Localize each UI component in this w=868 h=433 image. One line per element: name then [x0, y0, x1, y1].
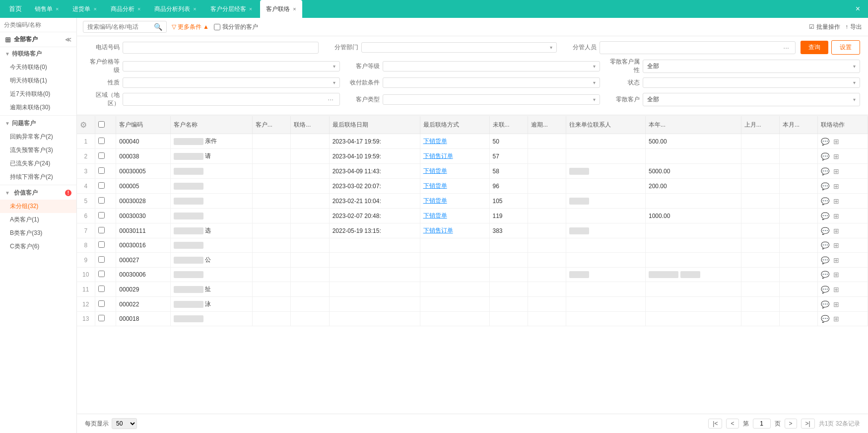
row-select-checkbox[interactable] [98, 182, 105, 189]
next-page-btn[interactable]: > [785, 419, 797, 429]
my-customers-check[interactable] [214, 24, 220, 30]
sidebar-item-today[interactable]: 今天待联络(0) [0, 61, 76, 74]
row-select-checkbox[interactable] [98, 271, 105, 277]
query-button[interactable]: 查询 [801, 41, 828, 54]
region-select[interactable]: ··· [123, 93, 340, 106]
all-customers-item[interactable]: ⊞ 全部客户 ≪ [0, 32, 76, 47]
sidebar-item-warning[interactable]: 流失预警客户(3) [0, 144, 76, 157]
message-icon[interactable]: 💬 [821, 241, 829, 249]
message-icon[interactable]: 💬 [821, 300, 829, 308]
tab-product-list[interactable]: 商品分析列表 × [148, 0, 202, 18]
sidebar-item-c-class[interactable]: C类客户(6) [0, 240, 76, 253]
grid-action-icon[interactable]: ⊞ [833, 271, 839, 279]
grid-action-icon[interactable]: ⊞ [833, 152, 839, 160]
message-icon[interactable]: 💬 [821, 138, 829, 145]
close-product-list-tab[interactable]: × [193, 6, 196, 12]
retail-customer-select[interactable]: 全部 ▾ [643, 93, 860, 106]
tab-sales[interactable]: 销售单 × [29, 0, 65, 18]
export-btn[interactable]: ↑ 导出 [845, 23, 862, 31]
first-page-btn[interactable]: |< [708, 419, 722, 429]
payment-select[interactable]: ▾ [383, 77, 600, 88]
method-link[interactable]: 下销货单 [423, 212, 447, 219]
gender-select[interactable]: ▾ [123, 77, 340, 88]
sidebar-item-lost[interactable]: 已流失客户(24) [0, 157, 76, 170]
score-group-header[interactable]: ▼ 价值客户 ! [0, 186, 76, 200]
retail-attr-select[interactable]: 全部 ▾ [643, 60, 860, 73]
row-select-checkbox[interactable] [98, 152, 105, 159]
sidebar-item-7days[interactable]: 近7天待联络(0) [0, 87, 76, 101]
grid-action-icon[interactable]: ⊞ [833, 182, 839, 190]
method-link[interactable]: 下销货单 [423, 197, 447, 204]
phone-input[interactable] [123, 42, 319, 54]
grid-action-icon[interactable]: ⊞ [833, 167, 839, 175]
row-select-checkbox[interactable] [98, 241, 105, 248]
tab-customer-contact[interactable]: 客户联络 × [260, 0, 302, 18]
close-customer-contact-tab[interactable]: × [293, 6, 296, 12]
message-icon[interactable]: 💬 [821, 212, 829, 220]
message-icon[interactable]: 💬 [821, 315, 829, 323]
grid-action-icon[interactable]: ⊞ [833, 212, 839, 220]
grid-action-icon[interactable]: ⊞ [833, 315, 839, 323]
grid-action-icon[interactable]: ⊞ [833, 138, 839, 145]
grid-action-icon[interactable]: ⊞ [833, 227, 839, 235]
method-link[interactable]: 下销货单 [423, 138, 447, 144]
close-purchase-tab[interactable]: × [93, 6, 96, 12]
person-dots[interactable]: ··· [781, 44, 791, 52]
batch-op-btn[interactable]: ☑ 批量操作 [809, 23, 840, 31]
main-search-icon[interactable]: 🔍 [154, 23, 162, 31]
row-select-checkbox[interactable] [98, 256, 105, 263]
sidebar-item-declining[interactable]: 持续下滑客户(2) [0, 170, 76, 184]
method-link[interactable]: 下销货单 [423, 167, 447, 174]
grid-action-icon[interactable]: ⊞ [833, 241, 839, 249]
sidebar-item-abnormal[interactable]: 回购异常客户(2) [0, 130, 76, 144]
row-select-checkbox[interactable] [98, 138, 105, 144]
status-select[interactable]: ▾ [643, 77, 860, 88]
message-icon[interactable]: 💬 [821, 271, 829, 279]
row-select-checkbox[interactable] [98, 197, 105, 204]
message-icon[interactable]: 💬 [821, 227, 829, 235]
dept-select[interactable]: ▾ [361, 42, 557, 53]
customer-type-select[interactable]: ▾ [383, 94, 600, 105]
sidebar-item-a-class[interactable]: A类客户(1) [0, 213, 76, 226]
sidebar-item-b-class[interactable]: B类客户(33) [0, 226, 76, 240]
my-customers-checkbox[interactable]: 我分管的客户 [214, 23, 258, 31]
collapse-icon[interactable]: ≪ [65, 36, 71, 43]
grid-action-icon[interactable]: ⊞ [833, 286, 839, 293]
column-settings-icon[interactable]: ⚙ [80, 121, 87, 129]
sidebar-search-input[interactable] [4, 21, 77, 28]
row-select-checkbox[interactable] [98, 212, 105, 218]
grid-action-icon[interactable]: ⊞ [833, 197, 839, 205]
row-select-checkbox[interactable] [98, 227, 105, 233]
message-icon[interactable]: 💬 [821, 256, 829, 264]
message-icon[interactable]: 💬 [821, 182, 829, 190]
close-product-analysis-tab[interactable]: × [137, 6, 140, 12]
more-conditions-btn[interactable]: ▽ 更多条件 ▲ [172, 23, 209, 31]
home-tab[interactable]: 首页 [4, 4, 27, 13]
close-customer-tier-tab[interactable]: × [249, 6, 252, 12]
price-grade-select[interactable]: ▾ [123, 61, 340, 72]
customer-grade-select[interactable]: ▾ [383, 61, 600, 72]
sidebar-item-tomorrow[interactable]: 明天待联络(1) [0, 74, 76, 87]
message-icon[interactable]: 💬 [821, 197, 829, 205]
last-page-btn[interactable]: >| [801, 419, 815, 429]
message-icon[interactable]: 💬 [821, 286, 829, 293]
row-select-checkbox[interactable] [98, 300, 105, 307]
sidebar-item-overdue[interactable]: 逾期未联络(30) [0, 101, 76, 114]
prev-page-btn[interactable]: < [726, 419, 738, 429]
problem-group-header[interactable]: ▼ 问题客户 [0, 117, 76, 130]
grid-action-icon[interactable]: ⊞ [833, 256, 839, 264]
row-select-checkbox[interactable] [98, 167, 105, 174]
page-size-select[interactable]: 50 100 200 [112, 418, 137, 429]
reset-button[interactable]: 设置 [831, 40, 860, 55]
row-select-checkbox[interactable] [98, 286, 105, 292]
pending-group-header[interactable]: ▼ 待联络客户 [0, 47, 76, 61]
close-sales-tab[interactable]: × [56, 6, 59, 12]
sidebar-item-ungroup[interactable]: 未分组(32) [0, 200, 76, 213]
main-search-input[interactable] [87, 23, 152, 30]
tab-purchase[interactable]: 进货单 × [67, 0, 102, 18]
message-icon[interactable]: 💬 [821, 167, 829, 175]
grid-action-icon[interactable]: ⊞ [833, 300, 839, 308]
global-close-button[interactable]: × [852, 4, 864, 13]
row-select-checkbox[interactable] [98, 315, 105, 321]
tab-product-analysis[interactable]: 商品分析 × [105, 0, 146, 18]
